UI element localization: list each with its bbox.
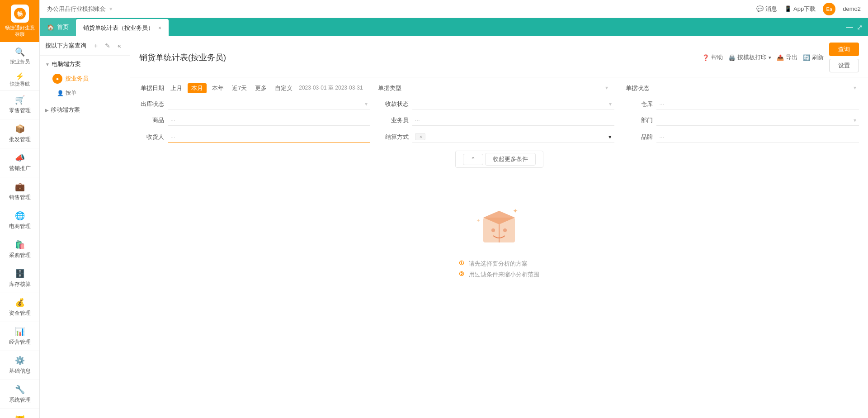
sidebar: 畅 畅捷通好生意 标服 🔍 按业务员 ⚡ 快捷导航 🛒 零售管理 📦 批发管理 … bbox=[0, 0, 40, 418]
print-dropdown-icon[interactable]: ▾ bbox=[769, 55, 771, 61]
date-tab-lastmonth[interactable]: 上月 bbox=[168, 83, 185, 93]
scheme-add-btn[interactable]: + bbox=[91, 41, 101, 51]
warehouse-input[interactable]: ··· bbox=[656, 99, 859, 109]
settle-tag[interactable]: × bbox=[415, 133, 425, 140]
tip1-text: 请先选择要分析的方案 bbox=[469, 260, 528, 268]
purchase-label: 采购管理 bbox=[9, 252, 31, 259]
svg-text:✦: ✦ bbox=[476, 218, 480, 223]
settle-control[interactable]: × ▾ bbox=[412, 131, 615, 142]
doc-status-label: 单据状态 bbox=[624, 84, 649, 92]
user-name[interactable]: demo2 bbox=[843, 5, 861, 12]
salesman-input[interactable]: ··· bbox=[412, 115, 615, 126]
settings-button[interactable]: 设置 bbox=[829, 59, 859, 72]
print-btn[interactable]: 🖨️ 按模板打印 ▾ bbox=[728, 53, 771, 62]
tab-home[interactable]: 🏠 首页 bbox=[40, 18, 76, 36]
dept-arrow: ▾ bbox=[854, 117, 856, 124]
user-avatar[interactable]: Ea bbox=[823, 3, 835, 15]
basic-icon: ⚙️ bbox=[15, 356, 25, 366]
date-tab-more[interactable]: 更多 bbox=[252, 83, 269, 93]
sidebar-item-ecom[interactable]: 🌐 电商管理 bbox=[0, 206, 39, 235]
scheme-collapse-btn[interactable]: « bbox=[114, 41, 124, 51]
doc-status-select[interactable]: ▾ bbox=[653, 83, 859, 93]
sidebar-search-item[interactable]: 🔍 按业务员 bbox=[0, 42, 39, 69]
goods-input[interactable]: ··· bbox=[168, 115, 370, 126]
sidebar-item-sales[interactable]: 💼 销售管理 bbox=[0, 177, 39, 206]
ecom-icon: 🌐 bbox=[15, 211, 25, 221]
sidebar-item-finance[interactable]: 💰 资金管理 bbox=[0, 293, 39, 322]
scheme-item-order[interactable]: 👤 按单 bbox=[40, 86, 130, 100]
tip2-text: 用过滤条件来缩小分析范围 bbox=[469, 271, 539, 279]
doc-type-arrow: ▾ bbox=[605, 85, 608, 91]
brand-input[interactable]: ··· bbox=[656, 132, 859, 142]
tab-home-label: 首页 bbox=[57, 23, 69, 31]
warehouse-filter: 仓库 ··· bbox=[628, 99, 859, 109]
retail-label: 零售管理 bbox=[9, 107, 31, 114]
date-tab-thisyear[interactable]: 本年 bbox=[209, 83, 226, 93]
collapse-btn[interactable]: ⌃ 收起更多条件 bbox=[455, 151, 543, 168]
tab-home-icon: 🏠 bbox=[47, 24, 54, 31]
out-status-select[interactable]: ▾ bbox=[168, 99, 370, 109]
consignee-input[interactable]: ··· bbox=[168, 132, 370, 142]
message-action[interactable]: 💬 消息 bbox=[756, 5, 777, 13]
brand-filter: 品牌 ··· bbox=[628, 132, 859, 142]
collapse-icon: ⌃ bbox=[463, 154, 483, 165]
refresh-btn[interactable]: 🔄 刷新 bbox=[803, 53, 824, 62]
scheme-edit-btn[interactable]: ✎ bbox=[103, 41, 113, 51]
date-tab-thismonth[interactable]: 本月 bbox=[188, 83, 207, 93]
desktop-scheme-title[interactable]: ▼ 电脑端方案 bbox=[40, 57, 130, 71]
sidebar-item-corp[interactable]: 🤝 企业协同 bbox=[0, 409, 39, 418]
empty-state: ✦ ✦ ① 请先选择要分析的方案 ② 用过滤条件来缩小分析范围 bbox=[139, 172, 859, 309]
tab-minimize-btn[interactable]: — bbox=[846, 23, 853, 31]
svg-text:畅: 畅 bbox=[17, 11, 23, 17]
tab-close-btn[interactable]: × bbox=[158, 25, 161, 31]
sidebar-quick-nav[interactable]: ⚡ 快捷导航 bbox=[0, 69, 39, 90]
tab-bar-actions: — ⤢ bbox=[846, 23, 868, 32]
collect-status-select[interactable]: ▾ bbox=[412, 99, 615, 109]
sidebar-item-purchase[interactable]: 🛍️ 采购管理 bbox=[0, 235, 39, 264]
breadcrumb-dropdown-icon[interactable]: ▾ bbox=[109, 5, 113, 12]
sidebar-item-marketing[interactable]: 📣 营销推广 bbox=[0, 148, 39, 177]
query-settings-group: 查询 设置 bbox=[829, 43, 859, 72]
scheme-item-salesman[interactable]: ● 按业务员 bbox=[40, 71, 130, 86]
date-tab-7days[interactable]: 近7天 bbox=[229, 83, 250, 93]
dept-filter: 部门 ▾ bbox=[628, 115, 859, 126]
date-tabs: 上月 本月 本年 近7天 更多 自定义 bbox=[168, 83, 295, 93]
app-download-icon: 📱 bbox=[784, 5, 792, 12]
sidebar-item-inventory[interactable]: 🗄️ 库存核算 bbox=[0, 264, 39, 293]
help-btn[interactable]: ❓ 帮助 bbox=[702, 53, 723, 62]
tab-active[interactable]: 销货单统计表（按业务员） × bbox=[76, 19, 169, 37]
sidebar-item-system[interactable]: 🔧 系统管理 bbox=[0, 380, 39, 409]
sidebar-item-retail[interactable]: 🛒 零售管理 bbox=[0, 90, 39, 119]
logo-text: 畅捷通好生意 标服 bbox=[5, 24, 35, 38]
svg-point-5 bbox=[491, 228, 495, 232]
message-label: 消息 bbox=[765, 5, 777, 13]
settle-tag-close[interactable]: × bbox=[420, 134, 422, 139]
sidebar-item-basic[interactable]: ⚙️ 基础信息 bbox=[0, 351, 39, 380]
query-button[interactable]: 查询 bbox=[829, 43, 859, 56]
app-download-action[interactable]: 📱 App下载 bbox=[784, 5, 816, 13]
marketing-icon: 📣 bbox=[15, 153, 25, 163]
tab-maximize-btn[interactable]: ⤢ bbox=[857, 23, 863, 32]
export-btn[interactable]: 📤 导出 bbox=[777, 53, 797, 62]
salesman-label: 业务员 bbox=[384, 116, 409, 124]
wholesale-icon: 📦 bbox=[15, 124, 25, 134]
date-tab-custom[interactable]: 自定义 bbox=[272, 83, 295, 93]
sidebar-item-operation[interactable]: 📊 经营管理 bbox=[0, 322, 39, 351]
brand-value: ··· bbox=[659, 133, 664, 140]
svg-text:✦: ✦ bbox=[513, 207, 518, 214]
doc-type-select[interactable]: ▾ bbox=[405, 83, 611, 93]
consignee-filter: 收货人 ··· bbox=[139, 132, 370, 142]
consignee-label: 收货人 bbox=[139, 133, 164, 141]
breadcrumb-area: 办公用品行业模拟账套 ▾ bbox=[47, 5, 113, 13]
sales-icon: 💼 bbox=[15, 182, 25, 192]
collect-status-arrow: ▾ bbox=[609, 101, 612, 107]
sidebar-item-wholesale[interactable]: 📦 批发管理 bbox=[0, 119, 39, 148]
mobile-scheme-title[interactable]: ▶ 移动端方案 bbox=[40, 103, 130, 117]
sidebar-logo[interactable]: 畅 畅捷通好生意 标服 bbox=[0, 0, 39, 42]
header-right-actions: 💬 消息 📱 App下载 Ea demo2 bbox=[756, 3, 861, 15]
dept-select[interactable]: ▾ bbox=[656, 115, 859, 126]
consignee-value: ··· bbox=[170, 133, 175, 140]
finance-icon: 💰 bbox=[15, 298, 25, 308]
main-area: 办公用品行业模拟账套 ▾ 💬 消息 📱 App下载 Ea demo2 🏠 首页 … bbox=[40, 0, 868, 418]
top-header: 办公用品行业模拟账套 ▾ 💬 消息 📱 App下载 Ea demo2 bbox=[40, 0, 868, 18]
